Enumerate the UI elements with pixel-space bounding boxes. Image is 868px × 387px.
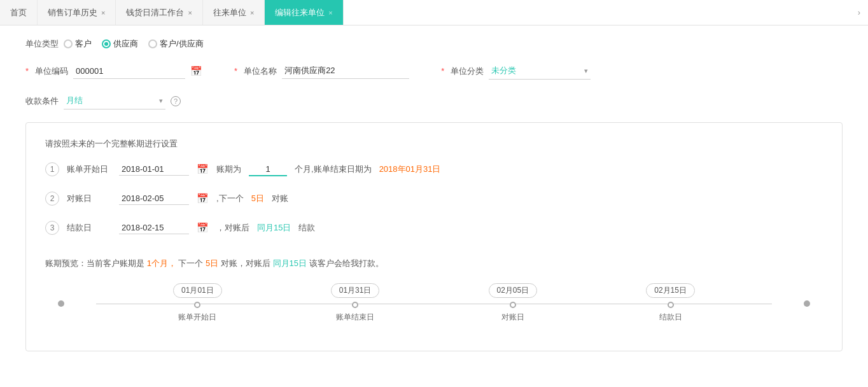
month-unit-1: 个月,账单结束日期为 [295, 164, 372, 175]
unit-name-field: * 单位名称 [234, 64, 409, 79]
step-num-2: 2 [45, 192, 59, 206]
preview-highlight1: 1个月， [147, 258, 176, 268]
page-content: 单位类型 客户 供应商 客户/供应商 * 单位编码 [0, 25, 868, 387]
close-edit-partner-icon[interactable]: × [328, 9, 332, 17]
step-label-1: 账单开始日 [67, 164, 111, 175]
unit-code-label: 单位编码 [35, 66, 68, 77]
tab-sales-history[interactable]: 销售订单历史 × [38, 0, 116, 25]
payment-help-icon[interactable]: ? [171, 96, 181, 106]
unit-info-row: * 单位编码 📅 * 单位名称 * 单位分类 未分类 ▾ [25, 62, 843, 80]
tab-cash-work-label: 钱货日清工作台 [126, 7, 184, 18]
timeline-label-2: 账单结束日 [336, 312, 374, 323]
timeline-dot-2 [352, 302, 358, 308]
step-date-input-3[interactable] [119, 222, 189, 234]
close-sales-history-icon[interactable]: × [101, 9, 105, 17]
step-num-3: 3 [45, 221, 59, 235]
timeline-end-dot [804, 300, 810, 307]
tab-more-button[interactable]: › [850, 0, 868, 25]
end-date-highlight-1: 2018年01月31日 [379, 164, 441, 175]
payment-label: 收款条件 [25, 95, 59, 107]
timeline-item-2: 01月31日 账单结束日 [331, 283, 380, 323]
unit-category-chevron-icon: ▾ [584, 67, 588, 75]
step-prefix-2: ,下一个 [216, 193, 244, 204]
step-calendar-icon-1[interactable]: 📅 [197, 164, 209, 175]
month-input[interactable] [249, 163, 287, 176]
unit-code-star: * [25, 66, 29, 76]
payment-value: 月结 [66, 95, 157, 106]
timeline-item-3: 02月05日 对账日 [489, 283, 538, 323]
timeline-label-3: 对账日 [501, 312, 524, 323]
payment-select[interactable]: 月结 ▾ [64, 92, 165, 109]
step-calendar-icon-3[interactable]: 📅 [197, 222, 209, 234]
unit-category-value: 未分类 [491, 65, 582, 76]
tab-partner-label: 往来单位 [213, 7, 246, 18]
step-date-input-2[interactable] [119, 192, 189, 205]
radio-supplier-circle [102, 39, 111, 48]
timeline-dot-4 [668, 302, 674, 308]
tab-cash-work[interactable]: 钱货日清工作台 × [116, 0, 202, 25]
preview-highlight3: 同月15日 [273, 258, 307, 268]
timeline-item-1: 01月01日 账单开始日 [173, 283, 222, 323]
radio-customer-supplier-label: 客户/供应商 [160, 38, 204, 50]
timeline-dot-3 [510, 302, 516, 308]
timeline-label-1: 账单开始日 [178, 312, 216, 323]
radio-customer-supplier[interactable]: 客户/供应商 [148, 38, 204, 50]
payment-row: 收款条件 月结 ▾ ? [25, 92, 843, 109]
timeline-badge-2: 01月31日 [331, 283, 380, 298]
unit-type-radio-group: 客户 供应商 客户/供应商 [64, 38, 204, 50]
unit-type-label: 单位类型 [25, 38, 59, 50]
panel-title: 请按照未来的一个完整帐期进行设置 [45, 138, 823, 150]
timeline-container: 01月01日 账单开始日 01月31日 账单结束日 02月05日 对账日 [45, 277, 823, 335]
preview-suffix: 该客户会给我打款。 [309, 258, 384, 268]
preview-text: 账期预览：当前客户账期是 1个月， 下一个 5日 对账，对账后 同月15日 该客… [45, 250, 823, 277]
timeline-badge-3: 02月05日 [489, 283, 538, 298]
timeline-end-dot-item [804, 283, 810, 307]
unit-name-label: 单位名称 [244, 66, 277, 77]
billing-period-panel: 请按照未来的一个完整帐期进行设置 1 账单开始日 📅 账期为 个月,账单结束日期… [25, 122, 843, 351]
tab-home[interactable]: 首页 [0, 0, 38, 25]
step-suffix-2: 对账 [272, 193, 288, 204]
step-suffix-1: 账期为 [216, 164, 241, 175]
timeline-start-dot-item [58, 283, 64, 307]
step-highlight-2: 5日 [251, 193, 264, 204]
tab-sales-history-label: 销售订单历史 [48, 7, 97, 18]
radio-supplier-label: 供应商 [113, 38, 138, 50]
timeline-item-4: 02月15日 结款日 [646, 283, 695, 323]
radio-customer-label: 客户 [75, 38, 92, 50]
payment-field: 收款条件 月结 ▾ ? [25, 92, 181, 109]
unit-category-field: * 单位分类 未分类 ▾ [441, 62, 591, 80]
timeline-badge-1: 01月01日 [173, 283, 222, 298]
tab-home-label: 首页 [10, 7, 27, 18]
timeline-dot-1 [194, 302, 200, 308]
close-partner-icon[interactable]: × [250, 9, 254, 17]
unit-code-input[interactable] [73, 64, 185, 79]
preview-prefix: 账期预览：当前客户账期是 [45, 258, 144, 268]
unit-category-select[interactable]: 未分类 ▾ [489, 62, 591, 80]
step-num-1: 1 [45, 162, 59, 176]
step-calendar-icon-2[interactable]: 📅 [197, 193, 209, 204]
step-row-1: 1 账单开始日 📅 账期为 个月,账单结束日期为 2018年01月31日 [45, 162, 823, 176]
close-cash-work-icon[interactable]: × [188, 9, 192, 17]
timeline-start-dot [58, 300, 64, 307]
unit-code-field: * 单位编码 📅 [25, 64, 202, 79]
radio-supplier[interactable]: 供应商 [102, 38, 138, 50]
step-label-3: 结款日 [67, 222, 111, 234]
preview-middle2: 对账，对账后 [221, 258, 270, 268]
tab-edit-partner[interactable]: 编辑往来单位 × [265, 0, 343, 25]
radio-customer[interactable]: 客户 [64, 38, 92, 50]
tab-partner[interactable]: 往来单位 × [203, 0, 265, 25]
step-row-2: 2 对账日 📅 ,下一个 5日 对账 [45, 192, 823, 206]
timeline-badge-4: 02月15日 [646, 283, 695, 298]
step-highlight-3: 同月15日 [257, 222, 291, 234]
tab-edit-partner-label: 编辑往来单位 [275, 7, 325, 18]
unit-category-label: 单位分类 [451, 66, 484, 77]
timeline-label-4: 结款日 [659, 312, 682, 323]
unit-type-field: 单位类型 客户 供应商 客户/供应商 [25, 38, 204, 50]
tab-bar: 首页 销售订单历史 × 钱货日清工作台 × 往来单位 × 编辑往来单位 × › [0, 0, 868, 25]
unit-code-calendar-icon[interactable]: 📅 [190, 66, 202, 77]
unit-name-star: * [234, 66, 237, 76]
step-date-input-1[interactable] [119, 163, 189, 176]
step-label-2: 对账日 [67, 193, 111, 204]
preview-middle: 下一个 [178, 258, 203, 268]
unit-name-input[interactable] [282, 64, 409, 79]
